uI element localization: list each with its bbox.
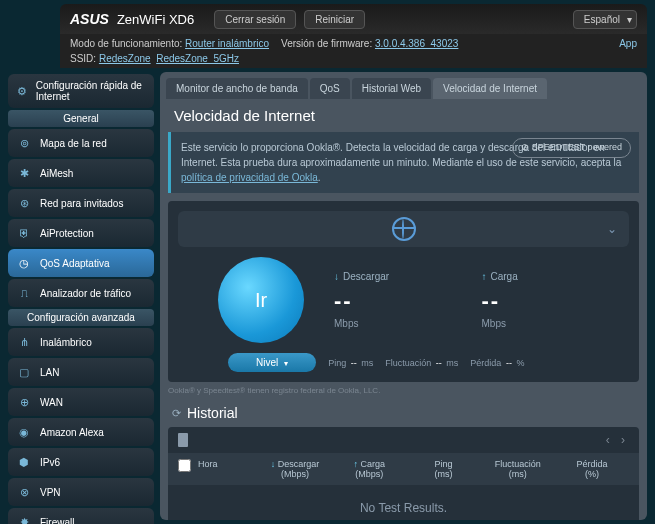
sidebar-item-label: Firewall (40, 517, 74, 525)
col-jitter: Fluctuación(ms) (481, 459, 555, 479)
chevron-down-icon: ⌄ (607, 222, 617, 236)
sidebar-item-label: AiMesh (40, 168, 73, 179)
ping-label: Ping (328, 358, 346, 368)
sidebar-item-label: Mapa de la red (40, 138, 107, 149)
ping-value: -- (351, 358, 357, 368)
jitter-label: Fluctuación (385, 358, 431, 368)
shield-icon: ⛨ (14, 223, 34, 243)
privacy-link[interactable]: política de privacidad de Ookla (181, 172, 318, 183)
fire-icon: ✸ (14, 512, 34, 524)
jitter-value: -- (436, 358, 442, 368)
level-select[interactable]: Nivel (228, 353, 316, 372)
tab-speed[interactable]: Velocidad de Internet (433, 78, 547, 99)
sidebar-network-map[interactable]: ⊚Mapa de la red (8, 129, 154, 157)
sidebar-lan[interactable]: ▢LAN (8, 358, 154, 386)
history-toolbar: ‹ › (168, 427, 639, 453)
tab-qos[interactable]: QoS (310, 78, 350, 99)
logout-button[interactable]: Cerrar sesión (214, 10, 296, 29)
info-bar: Modo de funcionamiento: Router inalámbri… (60, 34, 647, 68)
download-value: -- (334, 288, 482, 314)
mesh-icon: ✱ (14, 163, 34, 183)
sidebar-firewall[interactable]: ✸Firewall (8, 508, 154, 524)
content-area: Monitor de ancho de banda QoS Historial … (160, 72, 647, 520)
sidebar: ⚙ Configuración rápida de Internet Gener… (0, 68, 158, 524)
vpn-icon: ⊗ (14, 482, 34, 502)
globe-icon: ⊕ (14, 392, 34, 412)
history-pager: ‹ › (602, 433, 629, 447)
page-title: Velocidad de Internet (174, 107, 633, 124)
upload-label: Carga (491, 271, 518, 282)
guest-icon: ⊛ (14, 193, 34, 213)
tab-row: Monitor de ancho de banda QoS Historial … (160, 72, 647, 99)
gauge-icon: ◷ (14, 253, 34, 273)
globe-icon (392, 217, 416, 241)
loss-label: Pérdida (470, 358, 501, 368)
sidebar-vpn[interactable]: ⊗VPN (8, 478, 154, 506)
tab-webhist[interactable]: Historial Web (352, 78, 431, 99)
history-header: Hora ↓ Descargar(Mbps) ↑ Carga(Mbps) Pin… (168, 453, 639, 485)
upload-icon: ↑ (482, 271, 487, 282)
reboot-button[interactable]: Reiniciar (304, 10, 365, 29)
fw-label: Versión de firmware: (281, 38, 372, 49)
ssid-label: SSID: (70, 53, 96, 64)
fw-link[interactable]: 3.0.0.4.386_43023 (375, 38, 458, 49)
notice-box: Este servicio lo proporciona Ookla®. Det… (168, 132, 639, 193)
loss-value: -- (506, 358, 512, 368)
model-name: ZenWiFi XD6 (117, 12, 194, 27)
col-time: Hora (198, 459, 258, 479)
sidebar-item-label: VPN (40, 487, 61, 498)
speed-panel: ⌄ Ir ↓Descargar -- Mbps ↑Carga -- Mbps (168, 201, 639, 382)
sidebar-group-advanced: Configuración avanzada (8, 309, 154, 326)
history-empty: No Test Results. (168, 485, 639, 520)
app-link[interactable]: App (619, 38, 637, 49)
server-select[interactable]: ⌄ (178, 211, 629, 247)
ookla-disclaimer: Ookla® y Speedtest® tienen registro fede… (168, 386, 639, 395)
upload-value: -- (482, 288, 630, 314)
upload-metric: ↑Carga -- Mbps (482, 271, 630, 329)
sidebar-alexa[interactable]: ◉Amazon Alexa (8, 418, 154, 446)
go-button[interactable]: Ir (218, 257, 304, 343)
sidebar-wireless[interactable]: ⋔Inalámbrico (8, 328, 154, 356)
alexa-icon: ◉ (14, 422, 34, 442)
sidebar-item-label: WAN (40, 397, 63, 408)
ipv6-icon: ⬢ (14, 452, 34, 472)
wifi-icon: ⋔ (14, 332, 34, 352)
mode-label: Modo de funcionamiento: (70, 38, 182, 49)
col-ping: Ping(ms) (406, 459, 480, 479)
col-upload: ↑ Carga(Mbps) (332, 459, 406, 479)
download-label: Descargar (343, 271, 389, 282)
sidebar-item-label: LAN (40, 367, 59, 378)
download-metric: ↓Descargar -- Mbps (334, 271, 482, 329)
col-loss: Pérdida(%) (555, 459, 629, 479)
download-unit: Mbps (334, 318, 482, 329)
ssid2-link[interactable]: RedesZone_5GHz (156, 53, 239, 64)
trash-icon[interactable] (178, 433, 188, 447)
sidebar-aiprotection[interactable]: ⛨AiProtection (8, 219, 154, 247)
sidebar-item-label: Red para invitados (40, 198, 123, 209)
select-all-checkbox[interactable] (178, 459, 191, 472)
sidebar-qos[interactable]: ◷QoS Adaptativa (8, 249, 154, 277)
brand-logo: ASUS (70, 11, 109, 27)
sidebar-aimesh[interactable]: ✱AiMesh (8, 159, 154, 187)
sidebar-quick-setup[interactable]: ⚙ Configuración rápida de Internet (8, 74, 154, 108)
sidebar-item-label: Inalámbrico (40, 337, 92, 348)
sidebar-item-label: AiProtection (40, 228, 94, 239)
header-bar: ASUS ZenWiFi XD6 Cerrar sesión Reiniciar… (60, 4, 647, 34)
language-select[interactable]: Español (573, 10, 637, 29)
col-download: ↓ Descargar(Mbps) (258, 459, 332, 479)
sidebar-group-general: General (8, 110, 154, 127)
sidebar-ipv6[interactable]: ⬢IPv6 (8, 448, 154, 476)
download-icon: ↓ (334, 271, 339, 282)
sidebar-item-label: Configuración rápida de Internet (36, 80, 148, 102)
ssid1-link[interactable]: RedesZone (99, 53, 151, 64)
page-next[interactable]: › (617, 433, 629, 447)
sidebar-traffic[interactable]: ⎍Analizador de tráfico (8, 279, 154, 307)
refresh-icon[interactable]: ⟳ (172, 407, 181, 420)
sidebar-wan[interactable]: ⊕WAN (8, 388, 154, 416)
page-prev[interactable]: ‹ (602, 433, 614, 447)
tab-bandwidth[interactable]: Monitor de ancho de banda (166, 78, 308, 99)
mode-link[interactable]: Router inalámbrico (185, 38, 269, 49)
sidebar-item-label: IPv6 (40, 457, 60, 468)
sidebar-guest[interactable]: ⊛Red para invitados (8, 189, 154, 217)
wrench-icon: ⚙ (14, 81, 30, 101)
